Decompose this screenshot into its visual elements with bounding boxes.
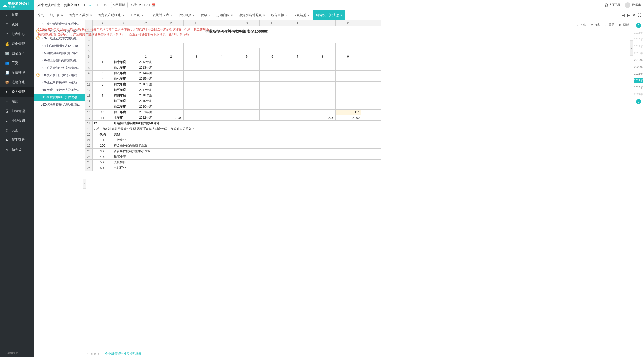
headset-icon: 🎧 [604, 3, 608, 7]
switch-old-version-button[interactable]: 切到旧版 [111, 2, 128, 8]
plus-icon[interactable]: ＋ [96, 3, 99, 7]
chevron-down-icon[interactable]: ⌄ [89, 3, 91, 7]
brand-main: 畅捷通好会计 [8, 2, 29, 5]
period-value[interactable]: 2023-11 [139, 3, 150, 7]
account-name[interactable]: 刘小艳演示账套（勿删勿动！）1 [37, 3, 85, 7]
top-bar: ☁ 畅捷通好会计 专业版 刘小艳演示账套（勿删勿动！）1 ⌄ ＋ ⚙ 切到旧版 … [0, 0, 644, 10]
cloud-icon: ☁ [3, 2, 7, 8]
username[interactable]: 徐泽华 [632, 3, 641, 7]
brand-logo: ☁ 畅捷通好会计 专业版 [0, 0, 34, 10]
avatar-icon[interactable] [625, 2, 630, 8]
brand-sub: 专业版 [8, 6, 29, 8]
gear-icon[interactable]: ⚙ [103, 3, 107, 7]
calendar-icon[interactable]: 📅 [152, 3, 156, 7]
consult-link[interactable]: 🎧 人工咨询 [604, 3, 621, 7]
period-label: 账期 [131, 3, 137, 7]
